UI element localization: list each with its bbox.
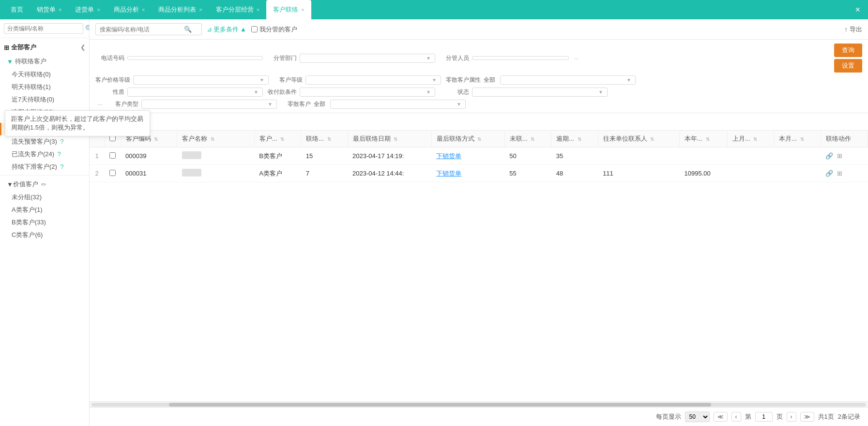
th-last-method[interactable]: 最后联络方式 ⇅ xyxy=(431,131,504,147)
sidebar-pending-7days[interactable]: 近7天待联络(0) xyxy=(0,93,89,106)
filter-icon: ⊿ xyxy=(207,26,212,33)
query-button[interactable]: 查询 xyxy=(834,44,862,57)
th-name[interactable]: 客户名称 ⇅ xyxy=(177,131,255,147)
page-input[interactable] xyxy=(755,412,773,422)
status-select[interactable]: ▼ xyxy=(472,88,608,97)
th-contact-count[interactable]: 联络... ⇅ xyxy=(301,131,348,147)
nav-purchase-close[interactable]: × xyxy=(97,7,100,13)
sidebar-lost-warning[interactable]: 流失预警客户(3) ? xyxy=(0,135,89,148)
th-uncontacted[interactable]: 未联... ⇅ xyxy=(504,131,551,147)
sidebar-value-group[interactable]: ▼ 价值客户 ✏ xyxy=(0,177,89,191)
gender-select[interactable]: ▼ xyxy=(127,88,263,97)
payment-arrow: ▼ xyxy=(426,89,431,95)
search-input-wrap: 🔍 xyxy=(95,23,202,35)
next-page-btn[interactable]: › xyxy=(787,412,796,422)
price-level-label: 客户价格等级 xyxy=(95,76,130,84)
sidebar-search-area: 🔍 xyxy=(0,19,89,38)
sidebar-b-class[interactable]: B类客户(33) xyxy=(0,216,89,229)
nav-customer-contact[interactable]: 客户联络 × xyxy=(266,0,311,19)
row-method-1[interactable]: 下销货单 xyxy=(431,147,504,165)
customer-type-select[interactable]: ▼ xyxy=(141,100,277,109)
th-last-month[interactable]: 上月... ⇅ xyxy=(727,131,774,147)
sidebar-lost-warning-label: 流失预警客户(3) xyxy=(12,138,57,145)
nav-sales[interactable]: 销货单 × xyxy=(30,0,68,19)
arrow-down-icon: ▼ xyxy=(7,58,13,65)
filter-row-3: 性质 ▼ 收付款条件 ▼ 状态 xyxy=(95,88,862,97)
nav-product-list-close[interactable]: × xyxy=(199,7,202,13)
sidebar-collapse-btn[interactable]: ❮ xyxy=(80,44,85,51)
edit-icon[interactable]: ✏ xyxy=(41,181,46,188)
row-checkbox-2[interactable] xyxy=(104,165,121,182)
link-icon-2[interactable]: 🔗 xyxy=(825,170,833,177)
first-page-btn[interactable]: ≪ xyxy=(714,412,728,422)
action-icons-1: 🔗 ⊞ xyxy=(825,152,863,160)
settings-button[interactable]: 设置 xyxy=(834,59,862,73)
row-checkbox-1[interactable] xyxy=(104,147,121,165)
per-page-select[interactable]: 50 100 xyxy=(685,411,710,422)
customer-level-select[interactable]: ▼ xyxy=(305,75,441,85)
sidebar-pending-group[interactable]: ▼ 待联络客户 xyxy=(0,55,89,68)
retail-customer-select[interactable]: ▼ xyxy=(330,100,466,109)
dept-select[interactable]: ▼ xyxy=(300,54,435,63)
row-code-2[interactable]: 000031 xyxy=(121,165,177,182)
row-method-2[interactable]: 下销货单 xyxy=(431,165,504,182)
search-icon[interactable]: 🔍 xyxy=(184,26,192,33)
th-contacts-person[interactable]: 往来单位联系人 ⇅ xyxy=(598,131,679,147)
table-scroll[interactable]: 客户编码 ⇅ 客户名称 ⇅ 客户... ⇅ xyxy=(90,131,868,401)
nav-product-list[interactable]: 商品分析列表 × xyxy=(152,0,209,19)
sidebar-lost-customers[interactable]: 已流失客户(24) ? xyxy=(0,148,89,161)
sidebar-search-input[interactable] xyxy=(4,23,83,34)
th-this-month[interactable]: 本月... ⇅ xyxy=(774,131,821,147)
sidebar-lost-label: 已流失客户(24) xyxy=(12,150,54,158)
sidebar-a-class[interactable]: A类客户(1) xyxy=(0,204,89,216)
sort-uncontacted-icon: ⇅ xyxy=(531,136,534,142)
main-search-input[interactable] xyxy=(100,26,182,33)
grid-icon-2[interactable]: ⊞ xyxy=(837,170,842,177)
customer-level-label: 客户等级 xyxy=(274,76,303,84)
nav-purchase[interactable]: 进货单 × xyxy=(68,0,107,19)
link-icon-1[interactable]: 🔗 xyxy=(825,152,833,160)
nav-home[interactable]: 首页 xyxy=(4,0,30,19)
manager-dots[interactable]: ··· xyxy=(572,55,581,62)
row-check-1[interactable] xyxy=(109,152,116,159)
sidebar-c-class[interactable]: C类客户(6) xyxy=(0,229,89,241)
nav-customer-segment[interactable]: 客户分层经营 × xyxy=(209,0,266,19)
th-this-year[interactable]: 本年... ⇅ xyxy=(680,131,728,147)
horizontal-scrollbar[interactable] xyxy=(90,401,868,407)
retail-attr-select[interactable]: ▼ xyxy=(500,75,636,85)
row-check-2[interactable] xyxy=(109,170,116,176)
sidebar-ungroup[interactable]: 未分组(32) xyxy=(0,191,89,204)
nav-product-analysis[interactable]: 商品分析 × xyxy=(107,0,152,19)
my-customers-check[interactable] xyxy=(251,26,258,32)
more-conditions-label: 更多条件 xyxy=(213,25,239,34)
sidebar-search-button[interactable]: 🔍 xyxy=(85,25,90,32)
export-btn[interactable]: ↑ 导出 xyxy=(845,25,863,34)
payment-select[interactable]: ▼ xyxy=(300,88,435,97)
row4-dots[interactable]: ··· xyxy=(95,101,105,108)
sidebar-pending-today[interactable]: 今天待联络(0) xyxy=(0,68,89,81)
scroll-track[interactable] xyxy=(91,403,866,407)
nav-customer-segment-close[interactable]: × xyxy=(257,7,259,13)
last-page-btn[interactable]: ≫ xyxy=(800,412,814,422)
grid-icon-1[interactable]: ⊞ xyxy=(837,152,842,160)
scroll-thumb[interactable] xyxy=(169,403,711,407)
data-table: 客户编码 ⇅ 客户名称 ⇅ 客户... ⇅ xyxy=(90,131,868,182)
price-level-select[interactable]: ▼ xyxy=(133,75,269,85)
more-conditions-btn[interactable]: ⊿ 更多条件 ▲ xyxy=(207,25,246,34)
sidebar-pending-tomorrow[interactable]: 明天待联络(1) xyxy=(0,81,89,93)
phone-input[interactable] xyxy=(127,56,263,60)
sidebar-declining-customers[interactable]: 持续下滑客户(2) ? xyxy=(0,161,89,173)
my-customers-checkbox[interactable]: 我分管的客户 xyxy=(251,25,297,34)
nav-sales-close[interactable]: × xyxy=(59,7,61,13)
manager-select[interactable] xyxy=(472,56,569,60)
th-type[interactable]: 客户... ⇅ xyxy=(254,131,301,147)
sidebar-all-customers[interactable]: ⊞ 全部客户 ❮ xyxy=(0,40,89,55)
table-row: 2 000031 A类客户 xyxy=(90,165,868,182)
th-last-date[interactable]: 最后联络日期 ⇅ xyxy=(348,131,431,147)
nav-customer-contact-close[interactable]: × xyxy=(301,7,304,13)
th-overdue[interactable]: 逾期... ⇅ xyxy=(551,131,598,147)
nav-product-close[interactable]: × xyxy=(142,7,145,13)
window-close-btn[interactable]: × xyxy=(851,5,864,15)
row-code-1[interactable]: 000039 xyxy=(121,147,177,165)
prev-page-btn[interactable]: ‹ xyxy=(731,412,741,422)
